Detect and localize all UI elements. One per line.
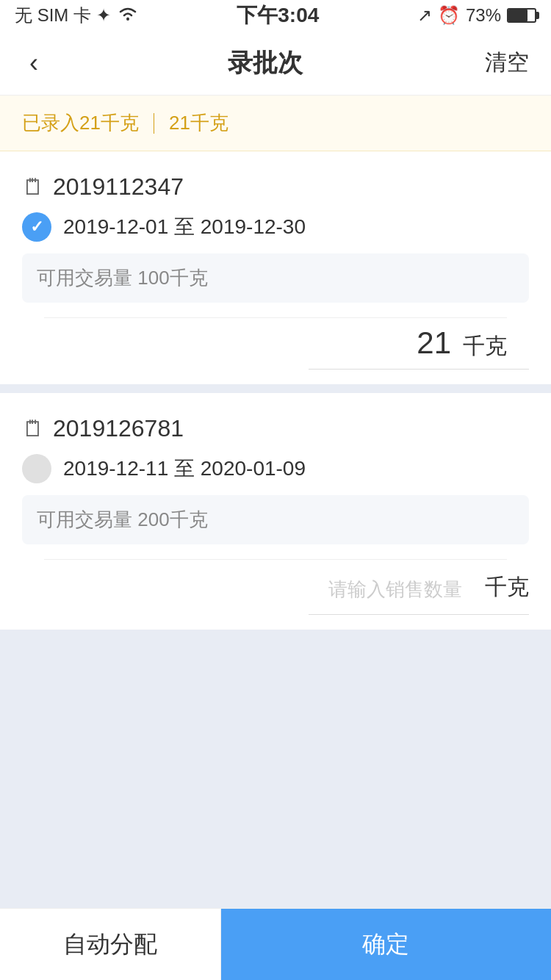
section-separator	[0, 384, 551, 393]
batch-1-unit: 千克	[463, 331, 507, 361]
batch-2-quantity-input[interactable]	[326, 572, 473, 602]
batch-2-radio[interactable]	[22, 454, 51, 483]
batch-2-id: 2019126781	[53, 415, 184, 442]
recorded-amount-value: 21千克	[169, 110, 228, 136]
sim-label: 无 SIM 卡 ✦	[15, 4, 111, 27]
info-divider	[154, 113, 154, 134]
back-button[interactable]: ‹	[22, 40, 46, 86]
nav-bar: ‹ 录批次 清空	[0, 31, 551, 96]
auto-distribute-button[interactable]: 自动分配	[0, 909, 221, 980]
status-left: 无 SIM 卡 ✦	[15, 4, 139, 27]
batch-1-available: 可用交易量 100千克	[22, 253, 529, 303]
status-time: 下午3:04	[237, 1, 319, 29]
confirm-button[interactable]: 确定	[221, 909, 551, 980]
batch-1-header: 🗒 2019112347	[22, 173, 529, 201]
wifi-icon	[117, 5, 139, 26]
batch-1-doc-icon: 🗒	[22, 175, 44, 200]
battery-fill	[508, 10, 527, 21]
battery-icon	[507, 8, 536, 23]
status-bar: 无 SIM 卡 ✦ 下午3:04 ↗ ⏰ 73%	[0, 0, 551, 31]
batch-2-date-row[interactable]: 2019-12-11 至 2020-01-09	[22, 454, 529, 483]
batch-1-input-divider	[309, 369, 529, 370]
batch-2-input-divider	[309, 614, 529, 615]
svg-point-0	[126, 18, 129, 21]
batch-1-radio[interactable]	[22, 212, 51, 242]
battery-text: 73%	[466, 5, 501, 26]
batch-2-doc-icon: 🗒	[22, 417, 44, 442]
location-icon: ↗	[417, 5, 432, 26]
batch-card-1: 🗒 2019112347 2019-12-01 至 2019-12-30 可用交…	[0, 151, 551, 384]
alarm-icon: ⏰	[438, 5, 460, 26]
batch-2-header: 🗒 2019126781	[22, 415, 529, 442]
batch-1-quantity: 21	[417, 325, 451, 361]
batch-1-value-row: 21 千克	[22, 318, 529, 369]
batch-card-2: 🗒 2019126781 2019-12-11 至 2020-01-09 可用交…	[0, 393, 551, 630]
info-banner: 已录入21千克 21千克	[0, 96, 551, 151]
recorded-amount-label: 已录入21千克	[22, 110, 139, 136]
clear-button[interactable]: 清空	[485, 48, 529, 78]
batch-1-date: 2019-12-01 至 2019-12-30	[63, 213, 306, 241]
status-right: ↗ ⏰ 73%	[417, 5, 536, 26]
batch-2-date: 2019-12-11 至 2020-01-09	[63, 455, 306, 483]
page-title: 录批次	[228, 46, 303, 80]
batch-2-unit: 千克	[485, 572, 529, 602]
batch-1-date-row[interactable]: 2019-12-01 至 2019-12-30	[22, 212, 529, 242]
footer: 自动分配 确定	[0, 908, 551, 980]
batch-2-available: 可用交易量 200千克	[22, 495, 529, 544]
batch-2-input-row: 千克	[22, 560, 529, 614]
batch-1-id: 2019112347	[53, 173, 184, 201]
